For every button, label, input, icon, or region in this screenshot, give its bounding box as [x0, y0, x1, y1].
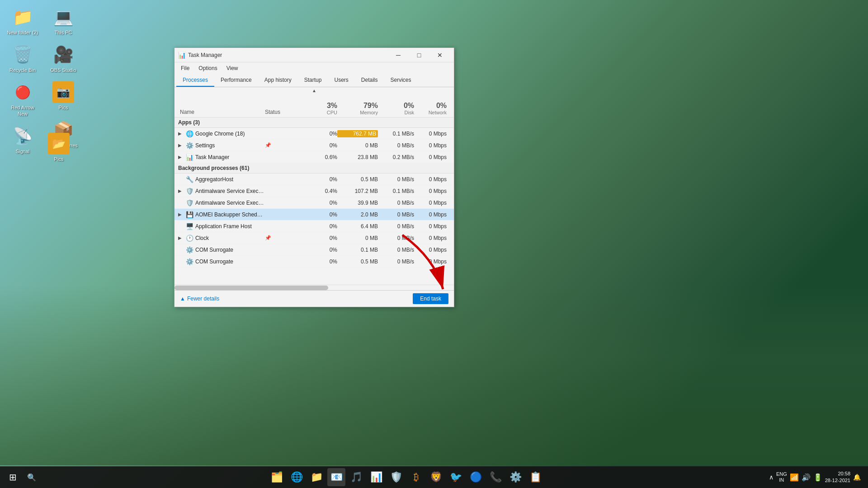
chrome-taskbar[interactable]: 🌐	[288, 468, 306, 486]
table-row[interactable]: ▶ ⚙️ Settings 📌 0% 0 MB 0 MB/s 0 Mbps	[175, 140, 454, 151]
expand-icon[interactable]: ▶	[178, 143, 185, 148]
menu-view[interactable]: View	[222, 63, 243, 73]
menu-options[interactable]: Options	[194, 63, 222, 73]
music-taskbar[interactable]: 🎵	[347, 468, 365, 486]
col-network[interactable]: 0% Network	[414, 102, 450, 115]
new-folder-icon[interactable]: 📁 New folder (2)	[5, 5, 41, 38]
process-cpu: 0%	[301, 258, 337, 265]
table-row[interactable]: ▶ 🕐 Clock 📌 0% 0 MB 0 MB/s 0 Mbps	[175, 232, 454, 244]
process-icon: 🌐	[185, 130, 193, 138]
process-network: 0 Mbps	[414, 235, 450, 241]
explorer-taskbar[interactable]: 📁	[307, 468, 326, 486]
window-title: Task Manager	[188, 52, 388, 58]
pin-icon: 📌	[265, 235, 271, 241]
taskmanager-taskbar[interactable]: 📋	[526, 468, 544, 486]
process-name: Application Frame Host	[195, 223, 265, 230]
sheets-taskbar[interactable]: 📊	[367, 468, 385, 486]
column-headers: Name Status 3% CPU 79% Memory 0% Disk 0%…	[175, 94, 454, 117]
process-name: COM Surrogate	[195, 247, 265, 253]
wifi-icon[interactable]: 📶	[790, 473, 799, 482]
volume-icon[interactable]: 🔊	[802, 473, 811, 482]
process-network: 0 Mbps	[414, 200, 450, 206]
end-task-button[interactable]: End task	[413, 293, 448, 304]
tab-app-history[interactable]: App history	[258, 74, 298, 87]
red-arrow-icon[interactable]: 🔴 Red Arrow New	[5, 80, 41, 118]
col-name[interactable]: Name	[178, 109, 265, 115]
table-row[interactable]: 🛡️ Antimalware Service Executable... 0% …	[175, 197, 454, 209]
expand-icon[interactable]: ▶	[178, 188, 185, 193]
minimize-button[interactable]: ─	[388, 48, 409, 62]
process-memory: 0 MB	[337, 142, 378, 149]
process-cpu: 0.4%	[301, 188, 337, 194]
chevron-up-taskbar-icon[interactable]: ∧	[769, 474, 774, 481]
process-network: 0 Mbps	[414, 247, 450, 253]
col-cpu[interactable]: 3% CPU	[301, 102, 337, 115]
process-memory: 23.8 MB	[337, 154, 378, 160]
menu-file[interactable]: File	[176, 63, 194, 73]
expand-icon[interactable]: ▶	[178, 212, 185, 217]
table-row[interactable]: ▶ 🛡️ Antimalware Service Executable 0.4%…	[175, 185, 454, 197]
table-row[interactable]: ▶ 🌐 Google Chrome (18) 0% 762.7 MB 0.1 M…	[175, 128, 454, 140]
tab-bar: Processes Performance App history Startu…	[175, 74, 454, 87]
process-name: Clock	[195, 235, 265, 241]
search-button[interactable]: 🔍	[24, 469, 40, 485]
file-explorer-taskbar[interactable]: 🗂️	[268, 468, 286, 486]
col-status[interactable]: Status	[265, 109, 301, 115]
tab-processes[interactable]: Processes	[176, 74, 214, 87]
process-disk: 0 MB/s	[378, 235, 414, 241]
process-network: 0 Mbps	[414, 223, 450, 230]
whatsapp-taskbar[interactable]: 📞	[486, 468, 505, 486]
this-pc-icon[interactable]: 💻 This PC	[45, 5, 81, 38]
pics-top-icon[interactable]: 📷 Pics	[45, 80, 81, 113]
maximize-button[interactable]: □	[409, 48, 429, 62]
bitcoin-taskbar[interactable]: ₿	[407, 468, 425, 486]
tab-services[interactable]: Services	[384, 74, 418, 87]
process-network: 0 Mbps	[414, 142, 450, 149]
battery-icon[interactable]: 🔋	[813, 473, 822, 482]
taskbar-apps: 🗂️ 🌐 📁 📧 🎵 📊 🛡️ ₿ 🦁 🐦 🔵 📞 ⚙️ 📋	[43, 468, 769, 486]
tab-startup[interactable]: Startup	[298, 74, 328, 87]
start-button[interactable]: ⊞	[4, 468, 22, 486]
mail-taskbar[interactable]: 📧	[327, 468, 345, 486]
taskmanager-title-icon: 📊	[178, 52, 185, 59]
process-network: 0 Mbps	[414, 176, 450, 183]
col-disk[interactable]: 0% Disk	[378, 102, 414, 115]
expand-icon[interactable]: ▶	[178, 235, 185, 240]
expand-icon[interactable]: ▶	[178, 155, 185, 160]
process-disk: 0 MB/s	[378, 247, 414, 253]
process-name: COM Surrogate	[195, 258, 265, 265]
fewer-details-button[interactable]: ▲ Fewer details	[180, 296, 219, 302]
cortana-taskbar[interactable]: 🔵	[467, 468, 485, 486]
process-cpu: 0%	[301, 131, 337, 137]
col-memory[interactable]: 79% Memory	[337, 102, 378, 115]
recycle-bin-icon[interactable]: 🗑️ Recycle Bin	[5, 42, 41, 75]
process-network: 0 Mbps	[414, 211, 450, 218]
obs-studio-icon[interactable]: 🎥 OBS Studio	[45, 42, 81, 75]
signal-icon[interactable]: 📡 Signal	[5, 123, 41, 156]
process-name: Antimalware Service Executable...	[195, 200, 265, 206]
table-row[interactable]: ▶ 💾 AOMEI Backupper Schedule tas... 0% 2…	[175, 209, 454, 221]
process-name: Task Manager	[195, 154, 265, 160]
notification-icon[interactable]: 🔔	[853, 474, 861, 481]
clock[interactable]: 20:58 28-12-2021	[825, 470, 850, 484]
brave-taskbar[interactable]: 🦁	[427, 468, 445, 486]
tab-details[interactable]: Details	[355, 74, 384, 87]
table-row[interactable]: ⚙️ COM Surrogate 0% 0.5 MB 0 MB/s 0 Mbps	[175, 256, 454, 267]
vpn-taskbar[interactable]: 🛡️	[387, 468, 405, 486]
expand-icon[interactable]: ▶	[178, 131, 185, 136]
table-row[interactable]: ▶ 📊 Task Manager 0.6% 23.8 MB 0.2 MB/s 0…	[175, 151, 454, 163]
pics-bottom-icon[interactable]: 📂 Pics	[41, 131, 77, 164]
tab-users[interactable]: Users	[328, 74, 354, 87]
table-row[interactable]: 🖥️ Application Frame Host 0% 6.4 MB 0 MB…	[175, 221, 454, 232]
table-row[interactable]: 🔧 AggregatorHost 0% 0.5 MB 0 MB/s 0 Mbps	[175, 174, 454, 185]
settings-taskbar[interactable]: ⚙️	[506, 468, 524, 486]
process-cpu: 0%	[301, 223, 337, 230]
table-row[interactable]: ⚙️ COM Surrogate 0% 0.1 MB 0 MB/s 0 Mbps	[175, 244, 454, 256]
process-icon: 🛡️	[185, 199, 193, 207]
tab-performance[interactable]: Performance	[214, 74, 258, 87]
horizontal-scrollbar[interactable]	[175, 285, 454, 290]
scrollbar-thumb[interactable]	[175, 286, 328, 290]
close-button[interactable]: ✕	[429, 48, 450, 62]
process-name: Antimalware Service Executable	[195, 188, 265, 194]
twitter-taskbar[interactable]: 🐦	[447, 468, 465, 486]
